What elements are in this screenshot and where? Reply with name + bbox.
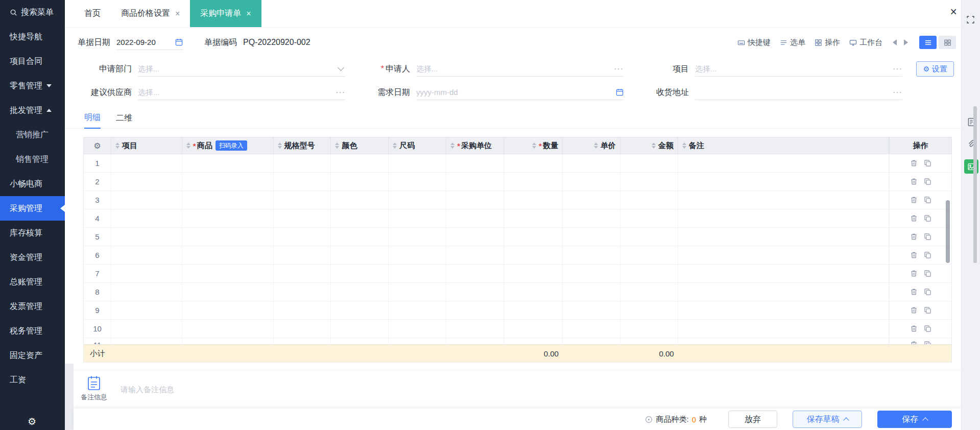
cell-qty[interactable] (504, 154, 563, 172)
cell-unit[interactable] (446, 228, 504, 246)
cell-color[interactable] (331, 320, 389, 338)
cell-spec[interactable] (274, 209, 331, 227)
cell-product[interactable] (182, 320, 274, 338)
scan-entry-badge[interactable]: 扫码录入 (216, 140, 247, 151)
cell-product[interactable] (182, 338, 274, 344)
cell-spec[interactable] (274, 154, 331, 172)
cell-size[interactable] (389, 191, 446, 209)
cell-spec[interactable] (274, 246, 331, 264)
calendar-icon[interactable] (175, 38, 183, 46)
copy-row-icon[interactable] (924, 233, 931, 241)
delete-row-icon[interactable] (910, 270, 918, 277)
cell-color[interactable] (331, 191, 389, 209)
more-options-icon[interactable]: ··· (893, 64, 902, 74)
sort-icon[interactable] (594, 142, 598, 149)
table-row-8[interactable]: 8 (84, 283, 951, 301)
settings-gear-icon[interactable]: ⚙ (28, 417, 36, 426)
applicant-input[interactable] (416, 64, 612, 73)
project-input[interactable] (695, 64, 891, 73)
cell-unit[interactable] (446, 173, 504, 190)
delete-row-icon[interactable] (910, 178, 918, 185)
cell-project[interactable] (111, 265, 182, 282)
cell-amount[interactable] (620, 265, 678, 282)
table-row-9[interactable]: 9 (84, 301, 951, 320)
column-header-spec[interactable]: 规格型号 (274, 137, 331, 154)
sort-icon[interactable] (278, 142, 282, 149)
more-options-icon[interactable]: ··· (614, 64, 624, 74)
sidebar-item-3[interactable]: 零售管理 (0, 74, 65, 98)
apply-department-select[interactable] (138, 61, 345, 77)
column-header-size[interactable]: 尺码 (389, 137, 446, 154)
delete-row-icon[interactable] (910, 341, 918, 344)
cell-product[interactable] (182, 191, 274, 209)
cell-product[interactable] (182, 265, 274, 282)
delete-row-icon[interactable] (910, 306, 918, 314)
toolbar-monitor-button[interactable]: 工作台 (849, 38, 882, 47)
copy-row-icon[interactable] (924, 196, 931, 204)
cell-qty[interactable] (504, 246, 563, 264)
cell-unit[interactable] (446, 246, 504, 264)
sidebar-item-0[interactable]: 搜索菜单 (0, 0, 65, 25)
cell-color[interactable] (331, 265, 389, 282)
delivery-address-field[interactable]: ··· (695, 85, 902, 100)
column-header-amount[interactable]: 金额 (620, 137, 678, 154)
column-header-product[interactable]: *商品扫码录入 (182, 137, 274, 154)
remarks-input[interactable] (114, 370, 961, 409)
doc-date-field[interactable] (116, 35, 183, 50)
cell-price[interactable] (563, 338, 620, 344)
cell-product[interactable] (182, 209, 274, 227)
sidebar-item-9[interactable]: 库存核算 (0, 221, 65, 245)
cell-remark[interactable] (678, 209, 889, 227)
cell-project[interactable] (111, 191, 182, 209)
apply-department-input[interactable] (138, 64, 337, 73)
cell-project[interactable] (111, 154, 182, 172)
cell-price[interactable] (563, 173, 620, 190)
sidebar-item-1[interactable]: 快捷导航 (0, 25, 65, 49)
table-row-4[interactable]: 4 (84, 209, 951, 228)
discard-button[interactable]: 放弃 (728, 411, 777, 428)
cell-remark[interactable] (678, 228, 889, 246)
cell-remark[interactable] (678, 265, 889, 282)
tab-product-price-settings[interactable]: 商品价格设置 × (111, 0, 190, 27)
cell-product[interactable] (182, 246, 274, 264)
cell-price[interactable] (563, 154, 620, 172)
cell-color[interactable] (331, 228, 389, 246)
cell-color[interactable] (331, 301, 389, 319)
cell-color[interactable] (331, 283, 389, 301)
cell-remark[interactable] (678, 283, 889, 301)
table-scrollbar[interactable] (946, 200, 950, 263)
next-arrow-icon[interactable] (904, 39, 908, 45)
close-tab-icon[interactable]: × (246, 10, 251, 18)
cell-unit[interactable] (446, 301, 504, 319)
cell-spec[interactable] (274, 301, 331, 319)
more-options-icon[interactable]: ··· (336, 88, 345, 97)
calendar-icon[interactable] (616, 88, 624, 96)
cell-qty[interactable] (504, 209, 563, 227)
cell-color[interactable] (331, 338, 389, 344)
save-button[interactable]: 保存 (877, 411, 952, 428)
cell-project[interactable] (111, 209, 182, 227)
cell-unit[interactable] (446, 283, 504, 301)
sidebar-item-4[interactable]: 批发管理 (0, 98, 65, 123)
column-header-qty[interactable]: *数量 (504, 137, 563, 154)
close-icon[interactable]: × (950, 6, 957, 18)
delete-row-icon[interactable] (910, 159, 918, 167)
cell-amount[interactable] (620, 191, 678, 209)
grid-view-toggle[interactable] (939, 36, 956, 49)
column-header-gear[interactable]: ⚙ (84, 137, 111, 154)
cell-qty[interactable] (504, 338, 563, 344)
cell-size[interactable] (389, 338, 446, 344)
delete-row-icon[interactable] (910, 288, 918, 296)
close-tab-icon[interactable]: × (175, 10, 180, 18)
settings-button[interactable]: ⚙ 设置 (916, 61, 954, 77)
cell-amount[interactable] (620, 320, 678, 338)
copy-row-icon[interactable] (924, 214, 931, 222)
cell-unit[interactable] (446, 154, 504, 172)
copy-row-icon[interactable] (924, 159, 931, 167)
tab-2d[interactable]: 二维 (116, 113, 132, 128)
sort-icon[interactable] (393, 142, 397, 149)
cell-price[interactable] (563, 191, 620, 209)
cell-project[interactable] (111, 246, 182, 264)
cell-price[interactable] (563, 228, 620, 246)
sort-icon[interactable] (652, 142, 656, 149)
